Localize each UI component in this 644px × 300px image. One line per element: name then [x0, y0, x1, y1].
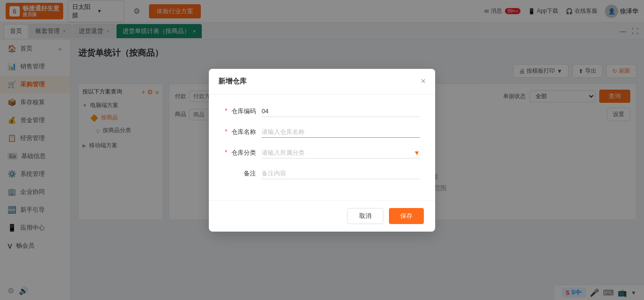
save-button[interactable]: 保存: [389, 208, 424, 224]
cancel-button[interactable]: 取消: [347, 208, 383, 224]
modal-header: 新增仓库 ×: [209, 69, 435, 94]
new-warehouse-modal: 新增仓库 × 仓库编码 仓库名称 仓库分类 ▼: [209, 69, 435, 232]
category-input[interactable]: [262, 147, 420, 158]
code-input[interactable]: [262, 106, 420, 117]
field-name: 仓库名称: [224, 126, 420, 138]
modal-body: 仓库编码 仓库名称 仓库分类 ▼ 备注: [209, 94, 435, 200]
field-code: 仓库编码: [224, 106, 420, 117]
modal-title: 新增仓库: [218, 77, 421, 86]
remark-input[interactable]: [262, 168, 420, 179]
field-category: 仓库分类 ▼: [224, 147, 420, 158]
field-remark: 备注: [224, 168, 420, 179]
modal-close-icon[interactable]: ×: [421, 76, 426, 86]
modal-footer: 取消 保存: [209, 200, 435, 232]
remark-label: 备注: [224, 169, 262, 178]
modal-overlay: 新增仓库 × 仓库编码 仓库名称 仓库分类 ▼: [0, 0, 644, 300]
name-label: 仓库名称: [224, 128, 262, 136]
code-label: 仓库编码: [224, 107, 262, 116]
category-select-wrap: ▼: [262, 147, 420, 158]
category-label: 仓库分类: [224, 149, 262, 157]
name-input[interactable]: [262, 126, 420, 138]
